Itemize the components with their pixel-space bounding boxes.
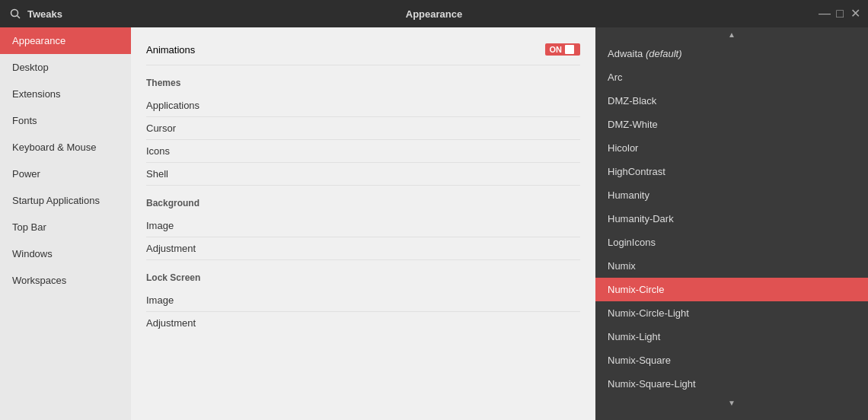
sidebar-item-appearance[interactable]: Appearance [0, 27, 131, 54]
themes-header: Themes [146, 78, 580, 88]
themes-applications[interactable]: Applications [146, 94, 580, 117]
lock-screen-header: Lock Screen [146, 272, 580, 283]
sidebar-item-keyboard-mouse[interactable]: Keyboard & Mouse [0, 134, 131, 161]
toggle-knob [565, 45, 574, 54]
theme-hicolor[interactable]: Hicolor [595, 136, 868, 160]
scroll-up-arrow[interactable]: ▲ [595, 27, 868, 42]
background-adjustment[interactable]: Adjustment [146, 237, 580, 260]
theme-arc[interactable]: Arc [595, 65, 868, 89]
window-title: Appearance [406, 8, 462, 20]
animations-toggle[interactable]: ON [545, 43, 581, 56]
scroll-down-arrow[interactable]: ▼ [595, 396, 868, 410]
theme-dmz-black[interactable]: DMZ-Black [595, 89, 868, 113]
titlebar: Tweaks Appearance — □ ✕ [0, 0, 868, 27]
sidebar: Appearance Desktop Extensions Fonts Keyb… [0, 27, 131, 420]
theme-adwaita[interactable]: Adwaita (default) [595, 42, 868, 65]
close-button[interactable]: ✕ [850, 8, 860, 19]
maximize-button[interactable]: □ [834, 8, 845, 19]
sidebar-item-workspaces[interactable]: Workspaces [0, 267, 131, 294]
icon-theme-dropdown[interactable]: ▲ Adwaita (default) Arc DMZ-Black DMZ-Wh… [595, 27, 868, 420]
theme-numix-light[interactable]: Numix-Light [595, 325, 868, 348]
middle-panel: Animations ON Themes Applications Cursor… [131, 27, 595, 420]
search-icon[interactable] [8, 6, 23, 21]
sidebar-item-extensions[interactable]: Extensions [0, 81, 131, 107]
theme-loginicons[interactable]: LoginIcons [595, 231, 868, 254]
minimize-button[interactable]: — [819, 8, 830, 19]
background-image[interactable]: Image [146, 215, 580, 237]
background-header: Background [146, 198, 580, 208]
themes-shell[interactable]: Shell [146, 163, 580, 186]
animations-row: Animations ON [146, 38, 580, 65]
lock-screen-adjustment[interactable]: Adjustment [146, 312, 580, 334]
animations-label: Animations [146, 44, 195, 56]
theme-dmz-white[interactable]: DMZ-White [595, 113, 868, 136]
main-layout: Appearance Desktop Extensions Fonts Keyb… [0, 27, 868, 420]
theme-highcontrast[interactable]: HighContrast [595, 160, 868, 183]
app-name: Tweaks [27, 8, 62, 20]
toggle-label: ON [550, 45, 563, 54]
sidebar-item-top-bar[interactable]: Top Bar [0, 214, 131, 240]
theme-humanity[interactable]: Humanity [595, 183, 868, 207]
sidebar-item-windows[interactable]: Windows [0, 240, 131, 267]
svg-line-1 [18, 16, 21, 19]
theme-humanity-dark[interactable]: Humanity-Dark [595, 207, 868, 231]
theme-numix-square[interactable]: Numix-Square [595, 348, 868, 372]
sidebar-item-startup-applications[interactable]: Startup Applications [0, 187, 131, 214]
window-controls: — □ ✕ [819, 8, 860, 19]
sidebar-item-fonts[interactable]: Fonts [0, 107, 131, 134]
theme-numix-circle[interactable]: Numix-Circle [595, 278, 868, 301]
lock-screen-image[interactable]: Image [146, 289, 580, 312]
themes-cursor[interactable]: Cursor [146, 117, 580, 140]
sidebar-item-desktop[interactable]: Desktop [0, 54, 131, 81]
theme-numix[interactable]: Numix [595, 254, 868, 278]
themes-icons[interactable]: Icons [146, 140, 580, 163]
theme-numix-circle-light[interactable]: Numix-Circle-Light [595, 301, 868, 325]
theme-numix-square-light[interactable]: Numix-Square-Light [595, 372, 868, 396]
svg-point-0 [11, 10, 18, 17]
sidebar-item-power[interactable]: Power [0, 161, 131, 187]
